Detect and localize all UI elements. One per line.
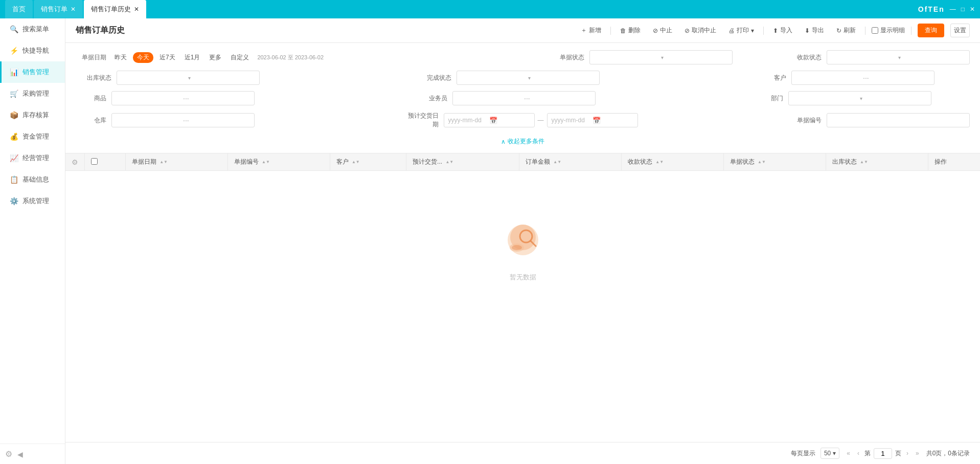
new-icon: ＋ xyxy=(581,26,587,35)
per-page-arrow: ▾ xyxy=(833,450,836,457)
last-page-btn[interactable]: » xyxy=(914,449,921,458)
per-page-value: 50 xyxy=(824,450,831,457)
sidebar-item-search-menu[interactable]: 🔍 搜索菜单 xyxy=(0,18,65,40)
print-icon: 🖨 xyxy=(728,27,735,34)
cancel-stop-button[interactable]: ⊘ 取消中止 xyxy=(681,24,719,37)
tab-sales-order-history[interactable]: 销售订单历史 ✕ xyxy=(84,0,146,18)
sidebar-item-finance[interactable]: 💰 资金管理 xyxy=(0,126,65,147)
sidebar-item-basic-info[interactable]: 📋 基础信息 xyxy=(0,169,65,190)
pagination: « ‹ 第 页 › » xyxy=(845,448,921,459)
refresh-button[interactable]: ↻ 刷新 xyxy=(833,24,859,37)
date-label: 单据日期 xyxy=(76,53,106,62)
empty-svg xyxy=(497,212,549,263)
select-all-checkbox[interactable] xyxy=(91,158,98,165)
top-bar-tabs: 首页 销售订单 ✕ 销售订单历史 ✕ xyxy=(5,0,146,18)
stop-button[interactable]: ⊘ 中止 xyxy=(650,24,675,37)
date-option-yesterday[interactable]: 昨天 xyxy=(111,52,130,63)
payment-status-sort-icon[interactable]: ▲▼ xyxy=(655,160,664,164)
tab-sales-order-history-close[interactable]: ✕ xyxy=(134,6,139,13)
order-number-input[interactable] xyxy=(827,113,970,127)
amount-sort-icon[interactable]: ▲▼ xyxy=(553,160,561,164)
delete-button[interactable]: 🗑 删除 xyxy=(617,24,644,37)
per-page-label: 每页显示 xyxy=(791,449,815,458)
expected-delivery-sort-icon[interactable]: ▲▼ xyxy=(445,160,453,164)
date-from-input[interactable]: yyyy-mm-dd 📅 xyxy=(444,113,535,127)
date-option-today[interactable]: 今天 xyxy=(133,52,153,63)
toolbar: ＋ 新增 🗑 删除 ⊘ 中止 ⊘ 取消中止 🖨 打印 xyxy=(578,24,970,37)
number-sort-icon[interactable]: ▲▼ xyxy=(262,160,270,164)
sidebar-item-sales-mgmt[interactable]: 📊 销售管理 xyxy=(0,61,65,83)
payment-status-select[interactable]: ▾ xyxy=(827,50,970,64)
th-date: 单据日期 ▲▼ xyxy=(125,153,227,171)
complete-status-arrow: ▾ xyxy=(528,75,595,81)
salesperson-input[interactable]: ··· xyxy=(452,91,596,105)
customer-input[interactable]: ··· xyxy=(791,71,935,85)
settings-button[interactable]: 设置 xyxy=(950,24,970,37)
date-option-last1month[interactable]: 近1月 xyxy=(181,52,203,63)
doc-status-sort-icon[interactable]: ▲▼ xyxy=(758,160,766,164)
page-number-input[interactable] xyxy=(874,448,892,459)
date-separator: — xyxy=(538,117,544,124)
warehouse-label: 仓库 xyxy=(76,116,106,125)
sidebar-collapse-icon[interactable]: ◀ xyxy=(17,450,23,458)
sales-mgmt-icon: 📊 xyxy=(10,68,18,76)
complete-status-select[interactable]: ▾ xyxy=(457,71,600,85)
per-page-select[interactable]: 50 ▾ xyxy=(821,448,839,459)
import-button[interactable]: ⬆ 导入 xyxy=(770,24,795,37)
tab-sales-order-close[interactable]: ✕ xyxy=(71,6,76,13)
new-button[interactable]: ＋ 新增 xyxy=(578,24,604,37)
date-option-more[interactable]: 更多 xyxy=(206,52,224,63)
table-header-row: ⚙ 单据日期 ▲▼ 单据编号 ▲▼ xyxy=(65,153,980,171)
date-from-placeholder: yyyy-mm-dd xyxy=(448,117,489,124)
delivery-status-sort-icon[interactable]: ▲▼ xyxy=(860,160,868,164)
complete-status-label: 完成状态 xyxy=(416,74,451,82)
status-select[interactable]: ▾ xyxy=(589,50,733,64)
department-select[interactable]: ▾ xyxy=(788,91,931,105)
date-option-last7days[interactable]: 近7天 xyxy=(156,52,178,63)
sidebar-item-inventory[interactable]: 📦 库存核算 xyxy=(0,104,65,126)
tab-home[interactable]: 首页 xyxy=(5,0,33,18)
warehouse-input[interactable]: ··· xyxy=(111,113,255,127)
th-number-label: 单据编号 xyxy=(234,158,259,165)
query-button[interactable]: 查询 xyxy=(918,24,944,37)
page-label-after: 页 xyxy=(895,449,901,458)
sidebar-bottom: ⚙ ◀ xyxy=(0,444,65,464)
product-input[interactable]: ··· xyxy=(111,91,255,105)
display-detail-checkbox[interactable]: 显示明细 xyxy=(872,26,905,35)
stop-label: 中止 xyxy=(660,26,672,35)
minimize-btn[interactable]: — xyxy=(950,6,956,13)
finance-icon: 💰 xyxy=(10,132,18,141)
separator-2 xyxy=(763,27,764,35)
date-to-input[interactable]: yyyy-mm-dd 📅 xyxy=(547,113,638,127)
sidebar-item-purchase-mgmt[interactable]: 🛒 采购管理 xyxy=(0,83,65,104)
prev-page-btn[interactable]: ‹ xyxy=(855,449,861,458)
sidebar-settings-icon[interactable]: ⚙ xyxy=(5,449,12,459)
top-bar: 首页 销售订单 ✕ 销售订单历史 ✕ OfTEn — □ ✕ xyxy=(0,0,980,18)
department-arrow: ▾ xyxy=(860,96,927,101)
table-settings-icon[interactable]: ⚙ xyxy=(72,158,78,166)
filter-row-2: 出库状态 ▾ 完成状态 ▾ 客户 ··· xyxy=(76,71,970,85)
collapse-button[interactable]: ∧ 收起更多条件 xyxy=(501,137,544,146)
date-option-custom[interactable]: 自定义 xyxy=(227,52,252,63)
print-button[interactable]: 🖨 打印 ▾ xyxy=(725,24,757,37)
sidebar-item-system-mgmt[interactable]: ⚙️ 系统管理 xyxy=(0,190,65,212)
date-sort-icon[interactable]: ▲▼ xyxy=(159,160,168,164)
sidebar-item-operations[interactable]: 📈 经营管理 xyxy=(0,147,65,169)
display-detail-input[interactable] xyxy=(872,27,878,34)
next-page-btn[interactable]: › xyxy=(904,449,910,458)
export-button[interactable]: ⬇ 导出 xyxy=(802,24,827,37)
close-btn[interactable]: ✕ xyxy=(970,6,975,13)
search-menu-icon: 🔍 xyxy=(10,25,18,33)
th-date-label: 单据日期 xyxy=(132,158,156,165)
svg-point-5 xyxy=(512,245,522,250)
sidebar-item-quick-nav[interactable]: ⚡ 快捷导航 xyxy=(0,40,65,61)
delivery-status-select[interactable]: ▾ xyxy=(117,71,260,85)
filter-row-1: 单据日期 昨天 今天 近7天 近1月 更多 自定义 2023-06-02 至 2… xyxy=(76,50,970,64)
th-number: 单据编号 ▲▼ xyxy=(227,153,330,171)
customer-sort-icon[interactable]: ▲▼ xyxy=(352,160,360,164)
maximize-btn[interactable]: □ xyxy=(961,6,965,13)
tab-sales-order[interactable]: 销售订单 ✕ xyxy=(34,0,83,18)
collapse-label: 收起更多条件 xyxy=(508,137,544,146)
first-page-btn[interactable]: « xyxy=(845,449,852,458)
th-action: 操作 xyxy=(928,153,980,171)
